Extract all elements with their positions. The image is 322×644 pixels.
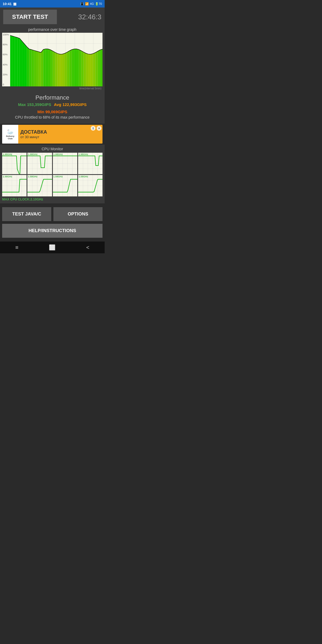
y-label-60: 60% bbox=[3, 53, 9, 56]
cpu-graph-7 bbox=[78, 175, 103, 196]
status-bar-right: 📳 📶 4G 🔋70 bbox=[80, 2, 102, 6]
ad-logo-text: Delivery bbox=[6, 135, 14, 137]
wifi-icon: 📶 bbox=[85, 2, 89, 6]
ad-title: ДОСТАВКА bbox=[20, 129, 100, 135]
battery-icon: 🔋70 bbox=[95, 2, 102, 6]
test-java-c-button[interactable]: TEST JAVA/C bbox=[2, 207, 51, 221]
performance-title: Performance bbox=[3, 94, 101, 101]
perf-max: Max 153,359GIPS bbox=[18, 102, 51, 107]
ad-logo: 🦢 Delivery Club bbox=[2, 125, 18, 144]
cpu-label-0: 1.98GHz bbox=[3, 153, 12, 156]
ad-subtitle: от 30 минут bbox=[20, 135, 100, 139]
cpu-cell-6: 1.58GHz bbox=[53, 175, 77, 196]
cpu-cell-7: 1.58GHz bbox=[78, 175, 103, 196]
ad-close-button[interactable]: ✕ bbox=[97, 126, 101, 131]
cpu-monitor-title: CPU Monitor bbox=[2, 147, 103, 151]
cpu-label-3: 1.98GHz bbox=[79, 153, 88, 156]
status-bar: 10:41 ▦ 📳 📶 4G 🔋70 bbox=[0, 0, 105, 8]
home-nav-icon[interactable]: ⬜ bbox=[49, 244, 56, 251]
graph-y-labels: 100% 80% 60% 40% 20% 0 bbox=[3, 33, 9, 86]
graph-title: performance over time graph bbox=[2, 27, 103, 32]
y-label-80: 80% bbox=[3, 43, 9, 46]
y-label-0: 0 bbox=[3, 83, 9, 86]
cpu-cell-0: 1.98GHz bbox=[2, 153, 27, 174]
graph-section: performance over time graph 100% 80% 60%… bbox=[0, 26, 105, 92]
ad-logo-text2: Club bbox=[8, 137, 13, 140]
y-label-100: 100% bbox=[3, 33, 9, 36]
options-button[interactable]: OPTIONS bbox=[53, 207, 103, 221]
perf-avg: Avg 122,993GIPS bbox=[54, 102, 87, 107]
throttle-text: CPU throttled to 68% of its max performa… bbox=[3, 115, 101, 119]
cpu-label-7: 1.58GHz bbox=[79, 175, 88, 178]
ad-bird-icon: 🦢 bbox=[7, 129, 14, 135]
cpu-monitor-section: CPU Monitor 1.98GHz 1.98GHz 1.98GHz 1.98… bbox=[0, 145, 105, 203]
cpu-graph-5 bbox=[27, 175, 52, 196]
cpu-cell-5: 1.58GHz bbox=[27, 175, 52, 196]
y-label-20: 20% bbox=[3, 73, 9, 76]
cpu-label-5: 1.58GHz bbox=[28, 175, 38, 178]
nav-bar: ≡ ⬜ < bbox=[0, 241, 105, 253]
ad-info-button[interactable]: ℹ bbox=[91, 126, 96, 131]
cpu-cell-4: 1.58GHz bbox=[2, 175, 27, 196]
performance-stats: Max 153,359GIPS Avg 122,993GIPS Min 99,0… bbox=[3, 102, 101, 114]
bottom-buttons: TEST JAVA/C OPTIONS bbox=[0, 204, 105, 224]
status-bar-left: 10:41 ▦ bbox=[3, 2, 16, 6]
cpu-graph-3 bbox=[78, 153, 103, 174]
max-cpu-clock: MAX CPU CLOCK:2.10GHz bbox=[2, 197, 103, 201]
perf-min: Min 99,069GIPS bbox=[37, 109, 67, 114]
cpu-graph-6 bbox=[53, 175, 77, 196]
cpu-graph-0 bbox=[2, 153, 27, 174]
performance-graph bbox=[2, 33, 103, 86]
menu-nav-icon[interactable]: ≡ bbox=[15, 244, 19, 251]
cpu-grid-top: 1.98GHz 1.98GHz 1.98GHz 1.98GHz 1.58GHz … bbox=[2, 153, 103, 196]
help-instructions-button[interactable]: HELP/INSTRUCTIONS bbox=[2, 224, 103, 238]
cpu-graph-2 bbox=[53, 153, 77, 174]
cpu-cell-1: 1.98GHz bbox=[27, 153, 52, 174]
graph-container: 100% 80% 60% 40% 20% 0 bbox=[2, 33, 103, 86]
calendar-icon: ▦ bbox=[13, 2, 16, 6]
cpu-cell-3: 1.98GHz bbox=[78, 153, 103, 174]
cpu-label-6: 1.58GHz bbox=[53, 175, 63, 178]
y-label-40: 40% bbox=[3, 63, 9, 66]
ad-content: ДОСТАВКА от 30 минут bbox=[18, 127, 103, 141]
cpu-label-2: 1.98GHz bbox=[53, 153, 63, 156]
status-time: 10:41 bbox=[3, 2, 12, 6]
timer-display: 32:46:3 bbox=[78, 13, 101, 21]
cpu-graph-4 bbox=[2, 175, 27, 196]
cpu-label-4: 1.58GHz bbox=[3, 175, 12, 178]
performance-section: Performance Max 153,359GIPS Avg 122,993G… bbox=[0, 92, 105, 124]
top-controls: START TEST 32:46:3 bbox=[0, 8, 105, 26]
help-btn-row: HELP/INSTRUCTIONS bbox=[0, 224, 105, 240]
vibrate-icon: 📳 bbox=[80, 2, 84, 6]
cpu-label-1: 1.98GHz bbox=[28, 153, 38, 156]
signal-icon: 4G bbox=[90, 2, 94, 5]
back-nav-icon[interactable]: < bbox=[86, 244, 89, 251]
cpu-cell-2: 1.98GHz bbox=[53, 153, 77, 174]
ad-banner[interactable]: 🦢 Delivery Club ДОСТАВКА от 30 минут ℹ ✕ bbox=[2, 125, 103, 144]
cpu-graph-1 bbox=[27, 153, 52, 174]
graph-x-label: time(interval 5min) bbox=[2, 86, 103, 90]
start-test-button[interactable]: START TEST bbox=[3, 10, 57, 24]
